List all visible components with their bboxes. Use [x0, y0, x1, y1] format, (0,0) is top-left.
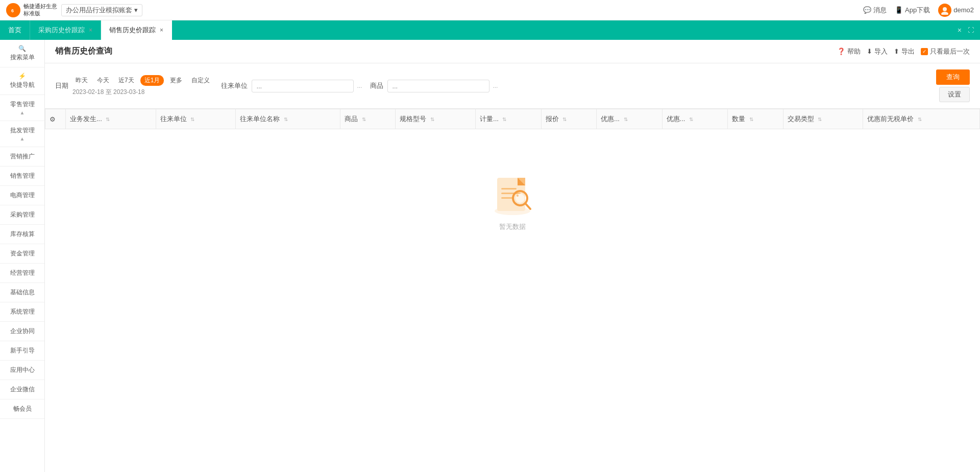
- sort-icon-unit: ⇅: [502, 116, 506, 122]
- sidebar-item-wechat[interactable]: 企业微信: [0, 380, 44, 399]
- date-1month[interactable]: 近1月: [140, 75, 164, 86]
- table-body: 暂无数据: [45, 129, 980, 273]
- col-quote[interactable]: 报价 ⇅: [541, 109, 596, 129]
- col-quantity[interactable]: 数量 ⇅: [728, 109, 783, 129]
- date-options: 昨天 今天 近7天 近1月 更多 自定义: [72, 75, 213, 86]
- sort-icon-biz-date: ⇅: [106, 116, 110, 122]
- tabbar: 首页 采购历史价跟踪 × 销售历史价跟踪 × × ⛶: [0, 20, 980, 40]
- sidebar-item-enterprise[interactable]: 企业协同: [0, 322, 44, 341]
- import-icon: ⬇: [867, 48, 872, 55]
- import-button[interactable]: ⬇ 导入: [867, 47, 888, 56]
- date-yesterday[interactable]: 昨天: [72, 75, 91, 86]
- empty-state: 暂无数据: [45, 129, 980, 272]
- topbar-right: 💬 消息 📱 App下载 demo2: [863, 4, 974, 17]
- page-actions: ❓ 帮助 ⬇ 导入 ⬆ 导出 ✓ 只看最后一次: [837, 47, 970, 56]
- col-biz-date-label: 业务发生...: [70, 115, 102, 123]
- sidebar-item-quicknav[interactable]: ⚡ 快捷导航: [0, 67, 44, 95]
- partner-label: 往来单位: [221, 81, 248, 90]
- sort-icon-partner: ⇅: [190, 116, 194, 122]
- main-layout: 🔍 搜索菜单 ⚡ 快捷导航 零售管理 ▲ 批发管理 ▲ 营销推广 销售管理 电商…: [0, 40, 980, 472]
- content-area: 销售历史价查询 ❓ 帮助 ⬇ 导入 ⬆ 导出 ✓ 只看最后一次: [45, 40, 980, 472]
- sidebar-item-system[interactable]: 系统管理: [0, 302, 44, 322]
- tab-close-all-icon[interactable]: ×: [958, 26, 962, 34]
- product-input-group: ...: [387, 80, 498, 92]
- sidebar-item-inventory[interactable]: 库存核算: [0, 225, 44, 244]
- col-partner-code[interactable]: 往来单位 ⇅: [156, 109, 236, 129]
- col-unit[interactable]: 计量... ⇅: [476, 109, 542, 129]
- sidebar-item-basic[interactable]: 基础信息: [0, 283, 44, 302]
- sidebar-item-wholesale[interactable]: 批发管理 ▲: [0, 121, 44, 147]
- message-button[interactable]: 💬 消息: [863, 6, 887, 15]
- sidebar-item-operations[interactable]: 经营管理: [0, 264, 44, 283]
- col-settings[interactable]: ⚙: [45, 109, 66, 129]
- user-menu[interactable]: demo2: [938, 4, 974, 17]
- svg-rect-7: [501, 193, 521, 194]
- svg-point-12: [517, 195, 519, 197]
- tab-home[interactable]: 首页: [0, 20, 30, 40]
- svg-rect-8: [501, 197, 512, 199]
- tab-purchase-history[interactable]: 采购历史价跟踪 ×: [30, 20, 101, 40]
- product-filter-group: 商品 ...: [370, 80, 498, 92]
- date-custom[interactable]: 自定义: [188, 75, 213, 86]
- avatar: [938, 4, 951, 17]
- sidebar-item-marketing[interactable]: 营销推广: [0, 147, 44, 167]
- tab-maximize-icon[interactable]: ⛶: [968, 27, 974, 34]
- page-header: 销售历史价查询 ❓ 帮助 ⬇ 导入 ⬆ 导出 ✓ 只看最后一次: [45, 40, 980, 63]
- empty-text: 暂无数据: [499, 222, 526, 231]
- sort-icon-discount1: ⇅: [624, 116, 628, 122]
- col-partner-name[interactable]: 往来单位名称 ⇅: [236, 109, 340, 129]
- sidebar-item-search[interactable]: 🔍 搜索菜单: [0, 40, 44, 67]
- sidebar-item-newbie[interactable]: 新手引导: [0, 341, 44, 361]
- chevron-up-icon-2: ▲: [20, 136, 25, 141]
- sidebar-item-finance[interactable]: 资金管理: [0, 244, 44, 264]
- col-product[interactable]: 商品 ⇅: [340, 109, 395, 129]
- tab-sales-close[interactable]: ×: [160, 27, 163, 34]
- sidebar-item-sales[interactable]: 销售管理: [0, 167, 44, 186]
- col-tax-price[interactable]: 优惠前无税单价 ⇅: [863, 109, 980, 129]
- checkbox-icon: ✓: [921, 48, 928, 55]
- export-icon: ⬆: [894, 48, 899, 55]
- col-quantity-label: 数量: [732, 115, 745, 123]
- col-spec[interactable]: 规格型号 ⇅: [396, 109, 476, 129]
- help-button[interactable]: ❓ 帮助: [837, 47, 861, 56]
- sidebar-item-member[interactable]: 畅会员: [0, 399, 44, 419]
- date-more[interactable]: 更多: [167, 75, 185, 86]
- col-biz-date[interactable]: 业务发生... ⇅: [66, 109, 156, 129]
- svg-text:6: 6: [11, 8, 14, 13]
- tab-sales-history[interactable]: 销售历史价跟踪 ×: [101, 20, 172, 40]
- app-download-button[interactable]: 📱 App下载: [895, 6, 930, 15]
- col-quote-label: 报价: [546, 115, 559, 123]
- settings-button[interactable]: 设置: [939, 87, 970, 102]
- date-today[interactable]: 今天: [94, 75, 112, 86]
- partner-dots-button[interactable]: ...: [357, 82, 362, 89]
- col-discount2[interactable]: 优惠... ⇅: [662, 109, 728, 129]
- only-last-checkbox[interactable]: ✓ 只看最后一次: [921, 47, 970, 56]
- product-input[interactable]: [387, 80, 489, 92]
- phone-icon: 📱: [895, 6, 903, 14]
- date-filter-group: 日期 昨天 今天 近7天 近1月 更多 自定义 2023-02-18 至 202…: [55, 75, 213, 97]
- search-icon: 🔍: [18, 45, 26, 52]
- svg-point-2: [943, 7, 947, 11]
- col-trade-type[interactable]: 交易类型 ⇅: [783, 109, 863, 129]
- sidebar-item-ecommerce[interactable]: 电商管理: [0, 186, 44, 205]
- svg-point-3: [941, 12, 948, 15]
- col-discount1[interactable]: 优惠... ⇅: [597, 109, 663, 129]
- date-options-section: 昨天 今天 近7天 近1月 更多 自定义 2023-02-18 至 2023-0…: [72, 75, 213, 97]
- product-label: 商品: [370, 81, 383, 90]
- col-discount2-label: 优惠...: [667, 115, 685, 123]
- export-button[interactable]: ⬆ 导出: [894, 47, 915, 56]
- tab-purchase-close[interactable]: ×: [89, 27, 92, 34]
- date-7days[interactable]: 近7天: [115, 75, 137, 86]
- sort-icon-trade-type: ⇅: [818, 116, 822, 122]
- sidebar-item-purchase[interactable]: 采购管理: [0, 205, 44, 225]
- sidebar: 🔍 搜索菜单 ⚡ 快捷导航 零售管理 ▲ 批发管理 ▲ 营销推广 销售管理 电商…: [0, 40, 45, 472]
- sort-icon-discount2: ⇅: [689, 116, 693, 122]
- partner-input[interactable]: [252, 80, 354, 92]
- product-dots-button[interactable]: ...: [493, 82, 498, 89]
- industry-selector[interactable]: 办公用品行业模拟账套 ▾: [61, 4, 142, 16]
- col-product-label: 商品: [345, 115, 358, 123]
- sidebar-item-retail[interactable]: 零售管理 ▲: [0, 95, 44, 121]
- sort-icon-quantity: ⇅: [749, 116, 753, 122]
- query-button[interactable]: 查询: [936, 69, 970, 85]
- sidebar-item-appcenter[interactable]: 应用中心: [0, 361, 44, 380]
